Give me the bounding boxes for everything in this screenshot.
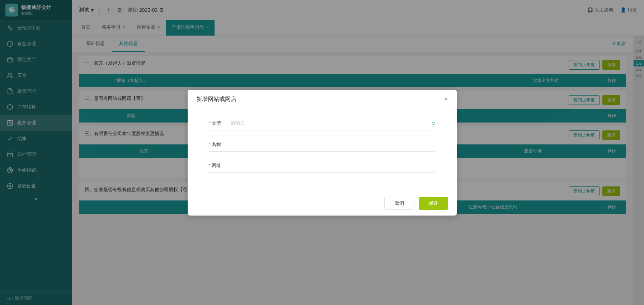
- type-input[interactable]: [231, 120, 432, 126]
- save-button[interactable]: 保存: [419, 197, 448, 210]
- name-label: *名称: [209, 141, 231, 148]
- modal-add-website: 新增网站或网店 × *类型 ∨ *名称 *网址: [188, 90, 457, 216]
- cancel-button[interactable]: 取消: [384, 197, 414, 210]
- form-field-url: *网址: [209, 162, 435, 173]
- type-dropdown-icon[interactable]: ∨: [432, 120, 435, 126]
- modal-header: 新增网站或网店 ×: [188, 90, 457, 109]
- name-input[interactable]: [231, 142, 435, 147]
- url-label: *网址: [209, 162, 231, 169]
- form-field-name: *名称: [209, 141, 435, 152]
- modal-title: 新增网站或网店: [196, 96, 236, 103]
- type-label: *类型: [209, 120, 231, 126]
- url-input[interactable]: [231, 163, 435, 168]
- modal-footer: 取消 保存: [188, 191, 457, 216]
- modal-body: *类型 ∨ *名称 *网址: [188, 109, 457, 191]
- form-field-type: *类型 ∨: [209, 120, 435, 130]
- modal-overlay: 新增网站或网店 × *类型 ∨ *名称 *网址: [0, 0, 644, 305]
- modal-close-button[interactable]: ×: [444, 96, 448, 103]
